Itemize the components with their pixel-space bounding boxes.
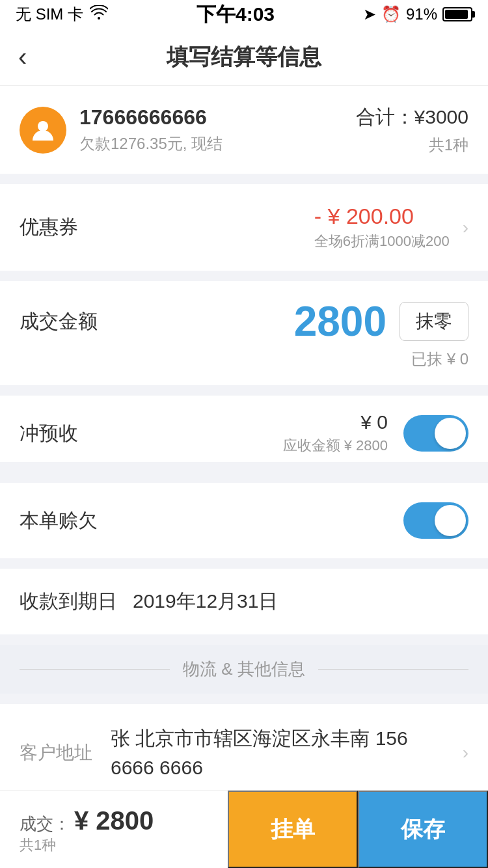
prepay-main-amount: ¥ 0 [283, 411, 388, 433]
prepay-amount: ¥ 0 应收金额 ¥ 2800 [283, 411, 388, 455]
status-right: ➤ ⏰ 91% [363, 5, 472, 23]
logistics-divider: 物流 & 其他信息 [0, 645, 488, 694]
amount-sub: 已抹 ¥ 0 [0, 349, 488, 385]
battery-icon [442, 7, 472, 21]
wifi-icon [90, 5, 108, 23]
prepay-label: 冲预收 [20, 420, 78, 447]
time-display: 下午4:03 [197, 1, 275, 28]
logistics-label: 物流 & 其他信息 [183, 658, 305, 681]
avatar [20, 107, 66, 154]
prepay-right: ¥ 0 应收金额 ¥ 2800 [283, 411, 468, 455]
due-date-label: 收款到期日 [20, 588, 117, 615]
due-date-value: 2019年12月31日 [133, 588, 278, 615]
coupon-section[interactable]: 优惠券 - ¥ 200.00 全场6折满1000减200 › [0, 184, 488, 271]
coupon-chevron-icon: › [463, 217, 468, 238]
prepay-section: 冲预收 ¥ 0 应收金额 ¥ 2800 [0, 396, 488, 462]
bottom-count: 共1种 [20, 835, 208, 855]
svg-point-0 [38, 121, 48, 131]
customer-debt: 欠款1276.35元, 现结 [79, 133, 223, 154]
customer-left: 17666666666 欠款1276.35元, 现结 [20, 105, 223, 154]
transaction-amount: 2800 [294, 301, 386, 342]
coupon-amount: - ¥ 200.00 [314, 204, 450, 229]
debt-section: 本单赊欠 [0, 483, 488, 558]
coupon-right: - ¥ 200.00 全场6折满1000减200 › [314, 204, 468, 251]
round-button[interactable]: 抹零 [400, 302, 468, 341]
divider-line-right [318, 669, 468, 670]
bottom-amount: ¥ 2800 [74, 806, 154, 835]
address-section[interactable]: 客户地址 张 北京市市辖区海淀区永丰南 156 6666 6666 › [0, 704, 488, 802]
customer-section: 17666666666 欠款1276.35元, 现结 合计：¥3000 共1种 [0, 86, 488, 174]
coupon-desc: 全场6折满1000减200 [314, 232, 450, 251]
order-total: 合计：¥3000 [356, 104, 468, 131]
customer-right: 合计：¥3000 共1种 [356, 104, 468, 156]
amount-label: 成交金额 [20, 308, 98, 335]
save-button[interactable]: 保存 [358, 791, 488, 868]
coupon-row[interactable]: 优惠券 - ¥ 200.00 全场6折满1000减200 › [0, 184, 488, 271]
address-label: 客户地址 [20, 740, 98, 765]
page-title: 填写结算等信息 [167, 42, 321, 72]
debt-label: 本单赊欠 [20, 508, 98, 534]
divider-line-left [20, 669, 170, 670]
separator-1 [0, 472, 488, 483]
alarm-icon: ⏰ [381, 5, 401, 23]
amount-value-group: 2800 抹零 [294, 301, 468, 342]
battery-percent: 91% [406, 5, 437, 23]
order-count: 共1种 [356, 135, 468, 156]
debt-toggle[interactable] [403, 502, 468, 539]
bottom-bar: 成交： ¥ 2800 共1种 挂单 保存 [0, 790, 488, 868]
amount-section: 成交金额 2800 抹零 已抹 ¥ 0 [0, 281, 488, 385]
address-chevron-icon: › [463, 742, 468, 763]
main-content: 17666666666 欠款1276.35元, 现结 合计：¥3000 共1种 … [0, 86, 488, 868]
back-button[interactable]: ‹ [18, 42, 27, 72]
hold-button[interactable]: 挂单 [228, 791, 358, 868]
bottom-trans-label: 成交： [20, 813, 70, 835]
customer-info: 17666666666 欠款1276.35元, 现结 [79, 105, 223, 154]
coupon-label: 优惠券 [20, 214, 78, 241]
debt-toggle-knob [435, 505, 466, 536]
bottom-info: 成交： ¥ 2800 共1种 [0, 804, 228, 855]
prepay-toggle[interactable] [403, 415, 468, 452]
prepay-toggle-knob [435, 418, 466, 449]
customer-phone: 17666666666 [79, 105, 223, 129]
amount-row: 成交金额 2800 抹零 [0, 281, 488, 349]
prepay-sub-amount: 应收金额 ¥ 2800 [283, 436, 388, 455]
due-date-section: 收款到期日 2019年12月31日 [0, 569, 488, 634]
prepay-row: 冲预收 ¥ 0 应收金额 ¥ 2800 [20, 396, 468, 462]
address-value: 张 北京市市辖区海淀区永丰南 156 6666 6666 [98, 724, 463, 782]
page-header: ‹ 填写结算等信息 [0, 29, 488, 86]
status-bar: 无 SIM 卡 下午4:03 ➤ ⏰ 91% [0, 0, 488, 29]
status-left: 无 SIM 卡 [16, 4, 108, 25]
carrier-text: 无 SIM 卡 [16, 4, 83, 25]
location-icon: ➤ [363, 5, 376, 23]
